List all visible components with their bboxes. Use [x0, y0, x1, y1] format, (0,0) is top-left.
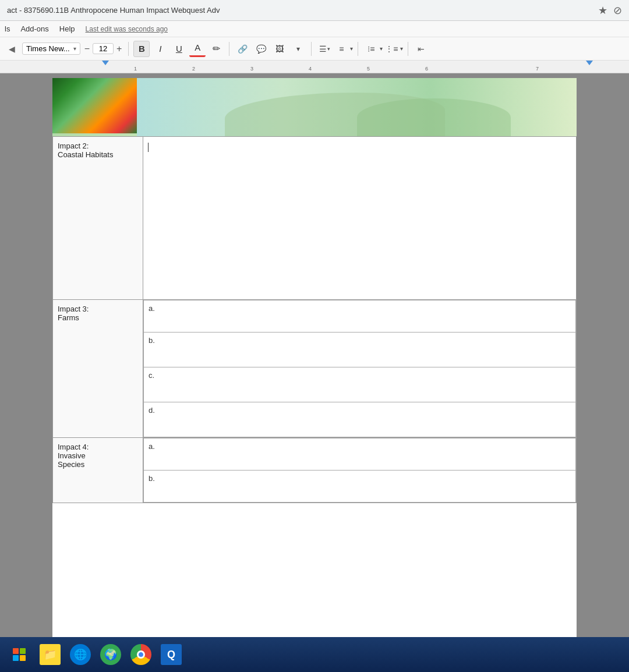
- impact3-sub-row-a: a.: [144, 300, 576, 333]
- font-size-value[interactable]: 12: [93, 43, 114, 54]
- toolbar-divider-3: [311, 42, 312, 56]
- impact4-b-cell[interactable]: b.: [144, 471, 576, 503]
- edge-button[interactable]: 🌐: [66, 641, 94, 669]
- alignment-group: ☰ ▾ ≡ ▾: [316, 41, 353, 57]
- ruler-mark-3: 3: [250, 66, 253, 72]
- back-button[interactable]: ◀: [3, 41, 20, 57]
- impact3-a-label: a.: [149, 304, 155, 313]
- impact4-b-label: b.: [149, 474, 155, 483]
- document-header: [52, 78, 577, 136]
- image-icon[interactable]: 🖼: [271, 41, 288, 57]
- impact2-label[interactable]: Impact 2: Coastal Habitats: [53, 137, 143, 300]
- q-app-icon: Q: [161, 644, 182, 665]
- page-title: act - 8375690.11B Anthropocene Human Imp…: [7, 6, 593, 15]
- impact3-sub-row-b: b.: [144, 333, 576, 367]
- toolbar-divider-1: [128, 42, 129, 56]
- earth-icon: 🌍: [100, 644, 121, 665]
- ruler-mark-4: 4: [309, 66, 312, 72]
- line-spacing-dropdown[interactable]: ▾: [350, 45, 353, 52]
- menu-item-ls[interactable]: ls: [5, 24, 10, 33]
- last-edit-status: Last edit was seconds ago: [86, 25, 168, 33]
- impact3-c-label: c.: [149, 371, 154, 380]
- impact2-content[interactable]: [143, 137, 577, 300]
- ruler-right-marker[interactable]: [586, 61, 593, 65]
- font-size-decrease[interactable]: −: [83, 44, 91, 54]
- start-button[interactable]: [5, 641, 34, 669]
- italic-button[interactable]: I: [152, 41, 168, 57]
- font-color-button[interactable]: A: [189, 41, 206, 57]
- impact3-sub-row-c: c.: [144, 367, 576, 402]
- numbered-list-icon[interactable]: ⋮≡: [383, 41, 400, 57]
- underline-button[interactable]: U: [171, 41, 187, 57]
- impact4-content[interactable]: a. b.: [143, 438, 577, 503]
- ruler-content: 1 2 3 4 5 6 7: [0, 61, 629, 73]
- bold-button[interactable]: B: [133, 41, 150, 57]
- link-icon[interactable]: 🔗: [234, 41, 250, 57]
- impact3-d-cell[interactable]: d.: [144, 402, 576, 437]
- browser-icons: ★ ⊘: [598, 4, 622, 17]
- taskbar: 📁 🌐 🌍 Q: [0, 637, 629, 672]
- impact4-sub-row-b: b.: [144, 471, 576, 503]
- impact4-label[interactable]: Impact 4: Invasive Species: [53, 438, 143, 503]
- document-page[interactable]: Impact 2: Coastal Habitats Impact 3: Far…: [52, 78, 577, 637]
- impact4-sub-row-a: a.: [144, 438, 576, 471]
- impact4-row: Impact 4: Invasive Species a. b.: [53, 438, 577, 503]
- document-area: Impact 2: Coastal Habitats Impact 3: Far…: [0, 73, 629, 637]
- impact3-c-cell[interactable]: c.: [144, 367, 576, 402]
- impact3-row: Impact 3: Farms a. b.: [53, 300, 577, 438]
- toolbar-divider-4: [358, 42, 358, 56]
- menu-item-help[interactable]: Help: [59, 24, 75, 33]
- impact3-sub-row-d: d.: [144, 402, 576, 437]
- indent-decrease-icon[interactable]: ⇤: [413, 41, 429, 57]
- impact4-a-label: a.: [149, 442, 155, 451]
- impact2-label-text: Impact 2: Coastal Habitats: [58, 142, 113, 159]
- font-size-controls: − 12 +: [83, 43, 124, 54]
- align-left-dropdown[interactable]: ☰ ▾: [316, 41, 333, 57]
- align-left-icon: ☰: [319, 44, 327, 54]
- document-table: Impact 2: Coastal Habitats Impact 3: Far…: [52, 136, 577, 503]
- edge-icon: 🌐: [70, 644, 91, 665]
- header-background: [137, 78, 577, 136]
- font-dropdown-arrow[interactable]: ▾: [73, 45, 76, 52]
- toolbar-divider-2: [229, 42, 229, 56]
- ruler-left-marker[interactable]: [102, 61, 109, 65]
- q-app-button[interactable]: Q: [157, 641, 185, 669]
- toolbar: ◀ Times New... ▾ − 12 + B I U A ✏ 🔗 💬 🖼 …: [0, 37, 629, 61]
- impact3-content[interactable]: a. b. c.: [143, 300, 577, 438]
- font-size-increase[interactable]: +: [115, 44, 123, 54]
- ruler: 1 2 3 4 5 6 7: [0, 61, 629, 73]
- impact2-cursor: [148, 143, 149, 152]
- windows-logo-icon: [13, 648, 26, 661]
- font-selector[interactable]: Times New... ▾: [22, 43, 80, 55]
- chrome-icon: [130, 644, 151, 665]
- ruler-mark-1: 1: [134, 66, 137, 72]
- ruler-mark-6: 6: [425, 66, 428, 72]
- impact3-b-label: b.: [149, 336, 155, 345]
- line-spacing-button[interactable]: ≡: [333, 41, 349, 57]
- file-explorer-button[interactable]: 📁: [36, 641, 64, 669]
- star-icon[interactable]: ★: [598, 4, 607, 17]
- impact4-a-cell[interactable]: a.: [144, 438, 576, 471]
- file-explorer-icon: 📁: [40, 644, 61, 665]
- pen-icon[interactable]: ✏: [208, 41, 224, 57]
- menu-bar: ls Add-ons Help Last edit was seconds ag…: [0, 21, 629, 37]
- browser-title-bar: act - 8375690.11B Anthropocene Human Imp…: [0, 0, 629, 21]
- align-dropdown-arrow[interactable]: ▾: [327, 46, 330, 52]
- numbered-list-dropdown[interactable]: ▾: [400, 45, 403, 52]
- toolbar-divider-5: [408, 42, 408, 56]
- bullet-list-icon[interactable]: ⁝≡: [363, 41, 379, 57]
- earth-button[interactable]: 🌍: [97, 641, 125, 669]
- impact3-a-cell[interactable]: a.: [144, 300, 576, 333]
- insert-dropdown[interactable]: ▾: [290, 41, 306, 57]
- impact3-b-cell[interactable]: b.: [144, 333, 576, 367]
- list-dropdown-arrow[interactable]: ▾: [380, 45, 383, 52]
- impact4-sub-table: a. b.: [143, 438, 576, 503]
- impact3-label[interactable]: Impact 3: Farms: [53, 300, 143, 438]
- impact4-label-text: Impact 4: Invasive Species: [58, 443, 89, 469]
- list-group: ⁝≡ ▾ ⋮≡ ▾: [363, 41, 403, 57]
- refresh-icon[interactable]: ⊘: [613, 4, 622, 17]
- comment-icon[interactable]: 💬: [253, 41, 269, 57]
- impact3-label-text: Impact 3: Farms: [58, 305, 89, 322]
- chrome-button[interactable]: [127, 641, 155, 669]
- menu-item-addons[interactable]: Add-ons: [20, 24, 48, 33]
